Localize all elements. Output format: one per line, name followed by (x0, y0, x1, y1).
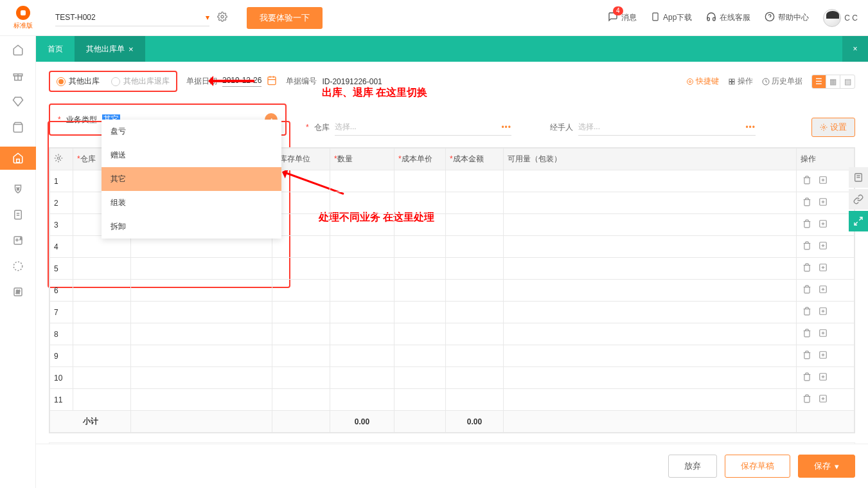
handler-input[interactable]: 选择... ••• (578, 119, 756, 136)
cell-cost[interactable] (394, 323, 446, 345)
cell-cost[interactable] (394, 389, 446, 411)
dropdown-item-qita[interactable]: 其它 (102, 167, 281, 191)
close-icon[interactable]: × (128, 44, 134, 54)
cell-unit[interactable] (272, 323, 330, 345)
cell-amount[interactable] (446, 345, 504, 367)
cell-warehouse[interactable] (73, 389, 131, 411)
cell-qty[interactable] (330, 323, 394, 345)
cell-code[interactable] (131, 280, 272, 302)
cell-available[interactable] (504, 236, 797, 258)
cell-warehouse[interactable] (73, 367, 131, 389)
delete-icon[interactable] (802, 263, 813, 273)
cell-warehouse[interactable] (73, 302, 131, 323)
nav-diamond-icon[interactable] (12, 95, 24, 108)
cell-available[interactable] (504, 302, 797, 323)
tab-other-outbound[interactable]: 其他出库单 × (75, 36, 145, 62)
view-grid-icon[interactable]: ▦ (826, 75, 840, 88)
rail-link-icon[interactable] (849, 189, 868, 210)
cell-warehouse[interactable] (73, 280, 131, 302)
table-row[interactable]: 5 (50, 258, 855, 280)
rail-expand-icon[interactable] (849, 211, 868, 231)
table-row[interactable]: 10 (50, 367, 855, 389)
online-service-link[interactable]: 在线客服 (706, 12, 750, 24)
nav-contact-icon[interactable]: A (12, 234, 24, 247)
cell-available[interactable] (504, 280, 797, 302)
cell-code[interactable] (131, 302, 272, 323)
cell-code[interactable] (131, 389, 272, 411)
cell-unit[interactable] (272, 236, 330, 258)
table-row[interactable]: 6 (50, 280, 855, 302)
cell-amount[interactable] (446, 170, 504, 192)
delete-icon[interactable] (802, 197, 813, 208)
add-row-icon[interactable] (819, 176, 829, 186)
cell-qty[interactable] (330, 214, 394, 236)
nav-bag-icon[interactable] (12, 121, 24, 134)
settings-button[interactable]: 设置 (811, 118, 855, 137)
user-menu[interactable]: C C (823, 9, 858, 27)
cell-warehouse[interactable] (73, 323, 131, 345)
delete-icon[interactable] (802, 372, 813, 383)
add-row-icon[interactable] (819, 219, 829, 230)
cell-amount[interactable] (446, 302, 504, 323)
save-draft-button[interactable]: 保存草稿 (725, 455, 790, 478)
dropdown-item-pankui[interactable]: 盘亏 (102, 120, 281, 143)
cell-code[interactable] (131, 323, 272, 345)
cell-amount[interactable] (446, 258, 504, 280)
view-list-icon[interactable]: ☰ (812, 75, 826, 88)
cell-available[interactable] (504, 345, 797, 367)
table-row[interactable]: 9 (50, 345, 855, 367)
add-row-icon[interactable] (819, 241, 829, 251)
try-experience-button[interactable]: 我要体验一下 (247, 7, 323, 29)
delete-icon[interactable] (802, 176, 813, 186)
radio-other-outbound[interactable]: 其他出库 (57, 76, 100, 87)
cell-code[interactable] (131, 258, 272, 280)
cell-cost[interactable] (394, 236, 446, 258)
shortcut-link[interactable]: 快捷键 (686, 76, 719, 87)
cell-warehouse[interactable] (73, 236, 131, 258)
cell-cost[interactable] (394, 214, 446, 236)
more-icon[interactable]: ••• (501, 123, 511, 132)
cell-qty[interactable] (330, 302, 394, 323)
help-center-link[interactable]: 帮助中心 (765, 12, 809, 24)
view-card-icon[interactable]: ▤ (840, 75, 855, 88)
cell-amount[interactable] (446, 367, 504, 389)
tabs-close-all[interactable]: × (842, 36, 868, 62)
nav-clipboard-icon[interactable] (12, 208, 24, 221)
cell-unit[interactable] (272, 389, 330, 411)
cell-cost[interactable] (394, 170, 446, 192)
delete-icon[interactable] (802, 241, 813, 251)
cell-unit[interactable] (272, 258, 330, 280)
cell-amount[interactable] (446, 236, 504, 258)
delete-icon[interactable] (802, 219, 813, 230)
delete-icon[interactable] (802, 285, 813, 295)
nav-new-icon[interactable]: 新 (12, 285, 24, 298)
operate-link[interactable]: 操作 (728, 76, 753, 87)
radio-other-return[interactable]: 其他出库退库 (111, 76, 170, 87)
cell-qty[interactable] (330, 170, 394, 192)
cell-unit[interactable] (272, 302, 330, 323)
cell-amount[interactable] (446, 323, 504, 345)
org-selector[interactable]: TEST-H002 ▾ (55, 9, 209, 26)
dropdown-item-zengsong[interactable]: 赠送 (102, 143, 281, 167)
cell-available[interactable] (504, 389, 797, 411)
cell-unit[interactable] (272, 280, 330, 302)
cell-qty[interactable] (330, 345, 394, 367)
nav-home-icon[interactable] (12, 44, 24, 57)
cell-available[interactable] (504, 323, 797, 345)
cell-available[interactable] (504, 367, 797, 389)
warehouse-input[interactable]: 选择... ••• (335, 119, 511, 136)
add-row-icon[interactable] (819, 372, 829, 383)
cell-available[interactable] (504, 170, 797, 192)
add-row-icon[interactable] (819, 263, 829, 273)
cell-qty[interactable] (330, 236, 394, 258)
cell-cost[interactable] (394, 302, 446, 323)
gear-icon[interactable] (217, 12, 227, 24)
table-row[interactable]: 11 (50, 389, 855, 411)
nav-money-icon[interactable]: ¥ (12, 183, 24, 195)
dropdown-item-chaixie[interactable]: 拆卸 (102, 215, 281, 239)
cell-qty[interactable] (330, 192, 394, 214)
app-download-link[interactable]: App下载 (651, 12, 692, 24)
nav-gift-icon[interactable] (12, 69, 24, 82)
more-icon[interactable]: ••• (745, 123, 756, 132)
delete-icon[interactable] (802, 307, 813, 317)
